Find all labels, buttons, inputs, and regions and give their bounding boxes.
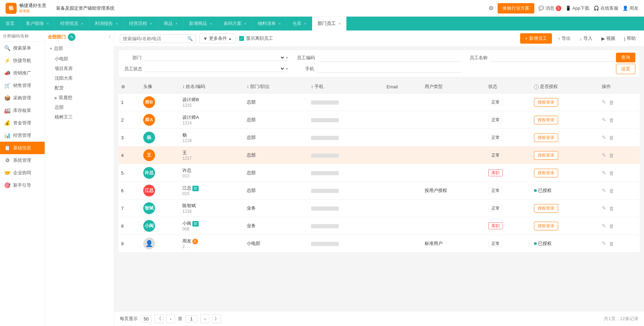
delete-button[interactable]: 🗑 [609,135,614,141]
edit-button[interactable]: ✎ [602,205,606,211]
th-name[interactable]: ↕ 姓名/编码 [180,80,244,94]
tab-profit-close[interactable]: × [116,21,118,26]
prev-page-button[interactable]: ‹ [166,314,175,323]
filter-empcode-input[interactable] [318,54,461,62]
sidebar-item-marketing[interactable]: 📣 营销推广 [0,67,45,79]
sidebar-item-system[interactable]: ⚙ 系统管理 [0,154,45,167]
dept-tree-item-shuanglu[interactable]: ▶ 双鹿想 [46,93,112,103]
edit-button[interactable]: ✎ [602,117,606,123]
import-button[interactable]: ↓ 导入 [577,34,595,43]
show-resigned-wrap[interactable]: ✓ 显示离职员工 [239,35,273,42]
auth-button[interactable]: 授权登录 [534,169,558,177]
tab-operation[interactable]: 经营情况 × [55,17,89,30]
show-resigned-checkbox[interactable]: ✓ [239,36,244,41]
sidebar-item-collab[interactable]: 🤝 企业协同 [0,167,45,179]
tab-new-product-close[interactable]: × [210,21,212,26]
tab-customer[interactable]: 客户联络 × [20,17,55,30]
edit-button[interactable]: ✎ [602,223,606,229]
edit-button[interactable]: ✎ [602,170,606,176]
dept-tree-item-zongbu[interactable]: 总部 [46,103,112,112]
row-auth[interactable]: 授权登录 [531,200,599,217]
filter-status-select[interactable] [145,66,285,72]
dept-collapse-button[interactable]: 《 [106,34,111,40]
last-page-button[interactable]: 》 [212,314,221,323]
delete-button[interactable]: 🗑 [609,152,614,158]
auth-button[interactable]: 授权登录 [534,204,558,213]
export-button[interactable]: ↑ 导出 [555,34,574,43]
row-auth[interactable]: 授权登录 [531,94,599,111]
row-auth[interactable]: 授权登录 [531,217,599,235]
user-menu-button[interactable]: 👤 用友 [623,5,638,11]
dept-tree-item-headquarter[interactable]: ▼ 总部 [46,44,112,53]
dept-tree-item-xiaodian[interactable]: 小电部 [46,54,112,64]
delete-button[interactable]: 🗑 [609,241,614,247]
tab-profit[interactable]: 利润报告 × [89,17,124,30]
tab-home[interactable]: 首页 [0,17,20,30]
tab-warehouse[interactable]: 仓库 × [287,17,312,30]
view-button[interactable]: ▶ 视频 [599,34,618,43]
auth-button[interactable]: 授权登录 [534,98,558,107]
service-button[interactable]: 🎧 在线客服 [593,5,618,11]
tab-new-product[interactable]: 新增商品 × [183,17,218,30]
sidebar-item-basic-info[interactable]: 📋 基础信息 [0,142,45,154]
tab-history-close[interactable]: × [150,21,152,26]
delete-button[interactable]: 🗑 [609,188,614,194]
sidebar-item-inventory[interactable]: 🏭 库存核算 [0,104,45,117]
dept-tree-item-project[interactable]: 项目库房 [46,64,112,73]
all-dept-label[interactable]: 全部部门 [48,34,66,40]
sidebar-item-purchase[interactable]: 📦 采购管理 [0,92,45,104]
tab-employee[interactable]: 部门员工 × [312,17,346,30]
dept-tree-item-zhishu[interactable]: 植树王三 [46,112,112,122]
search-icon[interactable]: 🔍 [187,36,193,41]
search-input[interactable] [123,36,185,41]
auth-button[interactable]: 授权登录 [534,133,558,142]
row-auth[interactable]: 授权登录 [531,111,599,129]
sidebar-item-quick-nav[interactable]: ⚡ 快捷导航 [0,54,45,67]
tab-barcode-close[interactable]: × [244,21,246,26]
help-button[interactable]: | 帮助 [622,34,638,43]
tab-bom[interactable]: 物料清单 × [252,17,287,30]
tab-customer-close[interactable]: × [47,21,49,26]
auth-button[interactable]: 授权登录 [534,151,558,160]
tab-operation-close[interactable]: × [81,21,83,26]
tab-product[interactable]: 商品 × [158,17,183,30]
sidebar-item-business[interactable]: 📊 经营管理 [0,129,45,142]
add-employee-button[interactable]: + 新增员工 [520,33,552,44]
row-auth[interactable]: 授权登录 [531,147,599,164]
auth-info-icon[interactable]: i [534,85,539,89]
dept-tree-item-shenyang[interactable]: 沈阳大库 [46,73,112,83]
delete-button[interactable]: 🗑 [609,117,614,123]
next-page-button[interactable]: › [200,314,209,323]
filter-phone-input[interactable] [317,65,461,73]
filter-empname-input[interactable] [490,54,634,62]
edit-button[interactable]: ✎ [602,240,606,247]
edit-button[interactable]: ✎ [602,187,606,194]
more-filter-button[interactable]: ▼ 更多条件 ▲ [199,34,236,43]
dept-edit-button[interactable]: ✎ [68,33,75,41]
auth-button[interactable]: 授权登录 [534,116,558,124]
edit-button[interactable]: ✎ [602,152,606,158]
row-auth[interactable]: 授权登录 [531,129,599,147]
set-button[interactable]: 设置 [616,64,635,74]
app-download-button[interactable]: 📱 App下载 [565,5,589,11]
delete-button[interactable]: 🗑 [609,223,614,229]
auth-button[interactable]: 授权登录 [534,222,558,230]
message-button[interactable]: 💬 消息 5 [538,5,561,11]
tab-product-close[interactable]: × [175,21,178,26]
edit-button[interactable]: ✎ [602,99,606,105]
sidebar-item-search[interactable]: 🔍 搜索菜单 [0,42,45,54]
row-auth[interactable]: 授权登录 [531,164,599,182]
tab-employee-close[interactable]: × [338,21,341,26]
query-button[interactable]: 查询 [616,53,635,62]
delete-button[interactable]: 🗑 [609,205,614,211]
first-page-button[interactable]: 《 [154,314,163,323]
tab-history[interactable]: 经营历程 × [124,17,158,30]
delete-button[interactable]: 🗑 [609,170,614,176]
edit-button[interactable]: ✎ [602,134,606,141]
dept-tree-item-pehuo[interactable]: 配货 [46,83,112,93]
page-size-select[interactable]: 50 [140,315,152,323]
settings-icon[interactable]: ⚙ [489,5,493,11]
tab-bom-close[interactable]: × [279,21,281,26]
delete-button[interactable]: 🗑 [609,99,614,105]
trial-button[interactable]: 体验行业方案 [498,3,534,14]
